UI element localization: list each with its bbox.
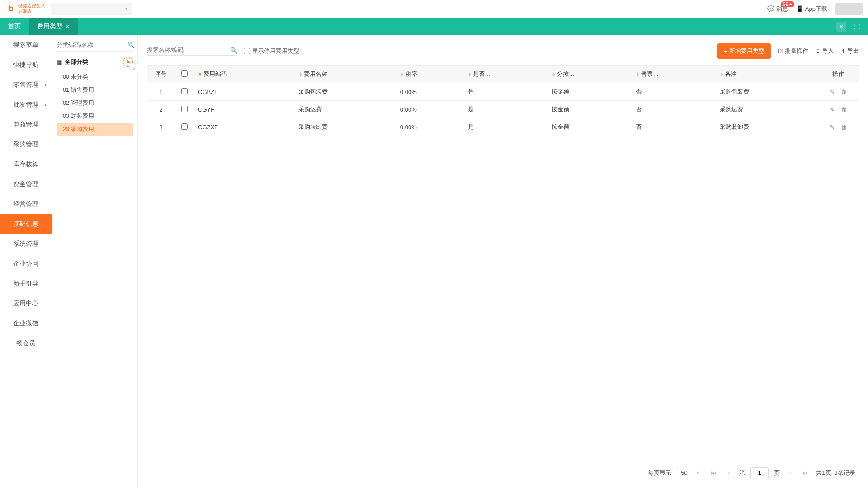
category-search: 🔍 <box>57 42 133 52</box>
sidebar-item[interactable]: 企业微信 <box>0 314 52 333</box>
add-button-label: 新增费用类型 <box>729 47 764 55</box>
edit-row-icon[interactable]: ✎ <box>830 89 835 95</box>
close-icon[interactable]: ✕ <box>65 23 70 30</box>
sidebar-item[interactable]: 批发管理▸ <box>0 95 52 115</box>
cell-yn: 是 <box>464 101 548 118</box>
sidebar-item[interactable]: 经营管理 <box>0 194 52 214</box>
column-header[interactable]: 操作 <box>818 66 859 83</box>
sort-icon: ▲▼ <box>552 72 556 77</box>
messages-badge: 99 + <box>781 1 794 7</box>
edit-icon: ☑ <box>778 48 783 55</box>
chevron-right-icon: ▸ <box>45 83 47 87</box>
show-disabled-checkbox[interactable]: 显示停用费用类型 <box>244 47 299 55</box>
sidebar-item[interactable]: 应用中心 <box>0 294 52 314</box>
row-index: 1 <box>147 83 175 101</box>
category-item[interactable]: 03 财务费用 <box>57 110 133 123</box>
select-all-checkbox[interactable] <box>181 70 188 77</box>
sidebar-item[interactable]: 快捷导航 <box>0 55 52 75</box>
category-item[interactable]: 00 未分类 <box>57 70 133 84</box>
page-input[interactable] <box>750 467 769 479</box>
column-header[interactable]: ▲▼普票… <box>632 66 716 83</box>
category-search-input[interactable] <box>57 42 127 48</box>
next-page-icon[interactable]: › <box>785 468 795 478</box>
sidebar-item[interactable]: 零售管理▸ <box>0 75 52 95</box>
pager-summary: 共1页, 3条记录 <box>816 469 855 477</box>
fullscreen-icon[interactable]: ⛶ <box>852 22 862 32</box>
add-expense-type-button[interactable]: + 新增费用类型 <box>717 43 771 59</box>
sidebar-item[interactable]: 电商管理 <box>0 115 52 135</box>
user-avatar[interactable] <box>835 3 863 15</box>
import-button[interactable]: ↧ 导入 <box>816 47 834 55</box>
column-header[interactable]: ▲▼税率 <box>396 66 464 83</box>
cell-piao: 否 <box>632 83 716 101</box>
search-icon[interactable]: 🔍 <box>230 47 237 54</box>
export-button[interactable]: ↥ 导出 <box>841 47 859 55</box>
edit-row-icon[interactable]: ✎ <box>830 106 835 113</box>
per-page-select[interactable]: 50 ▾ <box>677 467 703 479</box>
cell-remark: 采购运费 <box>716 101 818 118</box>
app-download-button[interactable]: 📱 App下载 <box>796 5 827 13</box>
cell-rate: 0.00% <box>396 101 464 118</box>
tab-expense-type[interactable]: 费用类型 ✕ <box>29 18 78 35</box>
delete-row-icon[interactable]: 🗑 <box>841 89 847 95</box>
brand-name: 畅捷通好生意 <box>18 4 45 8</box>
sidebar-item[interactable]: 系统管理 <box>0 234 52 254</box>
grid-icon: ▦ <box>57 59 62 66</box>
show-disabled-input[interactable] <box>244 48 250 54</box>
first-page-icon[interactable]: ⏮ <box>708 468 718 478</box>
column-header[interactable] <box>175 66 194 83</box>
table-search-input[interactable] <box>147 47 230 53</box>
cell-name: 采购包装费 <box>295 83 396 101</box>
category-item[interactable]: 20 采购费用 <box>57 123 133 136</box>
cell-yn: 是 <box>464 83 548 101</box>
last-page-icon[interactable]: ⏭ <box>801 468 811 478</box>
column-header[interactable]: ▲▼分摊… <box>548 66 632 83</box>
toolbar: 🔍 显示停用费用类型 + 新增费用类型 ☑ 批量操作 <box>147 43 859 59</box>
category-tree-panel: 🔍 « ▦ 全部分类 ✎ 00 未分类01 销售费用02 管理费用03 财务费用… <box>52 35 138 488</box>
messages-button[interactable]: 💬 消息 99 + <box>767 5 788 13</box>
search-icon[interactable]: 🔍 <box>127 42 135 48</box>
edit-row-icon[interactable]: ✎ <box>830 124 835 131</box>
column-header[interactable]: ▲▼费用编码 <box>194 66 295 83</box>
close-all-tabs-icon[interactable]: ✕ <box>836 22 846 32</box>
sidebar-item[interactable]: 新手引导 <box>0 274 52 294</box>
row-checkbox[interactable] <box>181 123 188 130</box>
column-header[interactable]: 序号 <box>147 66 175 83</box>
delete-row-icon[interactable]: 🗑 <box>841 106 847 113</box>
batch-ops-button[interactable]: ☑ 批量操作 <box>778 47 808 55</box>
category-item[interactable]: 02 管理费用 <box>57 97 133 110</box>
sidebar-item[interactable]: 企业协同 <box>0 254 52 274</box>
table-row: 1CGBZF采购包装费0.00%是按金额否采购包装费✎🗑 <box>147 83 859 101</box>
brand-edition: 标准版 <box>18 8 45 14</box>
collapse-tree-icon[interactable]: « <box>130 63 138 73</box>
row-checkbox[interactable] <box>181 106 188 112</box>
table-row: 3CGZXF采购装卸费0.00%是按金额否采购装卸费✎🗑 <box>147 118 859 136</box>
table-row: 2CGYF采购运费0.00%是按金额否采购运费✎🗑 <box>147 101 859 118</box>
brand-logo: b 畅捷通好生意 标准版 <box>5 4 45 14</box>
column-header[interactable]: ▲▼费用名称 <box>295 66 396 83</box>
sidebar-item[interactable]: 基础信息 <box>0 214 52 234</box>
sidebar-item[interactable]: 采购管理 <box>0 135 52 155</box>
column-header[interactable]: ▲▼是否… <box>464 66 548 83</box>
sidebar-item[interactable]: 库存核算 <box>0 155 52 174</box>
sidebar-item[interactable]: 搜索菜单 <box>0 35 52 55</box>
prev-page-icon[interactable]: ‹ <box>724 468 734 478</box>
sidebar-item[interactable]: 资金管理 <box>0 174 52 194</box>
cell-piao: 否 <box>632 101 716 118</box>
cell-piao: 否 <box>632 118 716 136</box>
category-item[interactable]: 01 销售费用 <box>57 84 133 97</box>
cell-rate: 0.00% <box>396 83 464 101</box>
plus-icon: + <box>724 48 727 55</box>
delete-row-icon[interactable]: 🗑 <box>841 124 847 131</box>
row-checkbox[interactable] <box>181 88 188 94</box>
tab-home[interactable]: 首页 <box>0 18 29 35</box>
cell-remark: 采购装卸费 <box>716 118 818 136</box>
tree-head[interactable]: ▦ 全部分类 ✎ <box>57 57 133 67</box>
company-selector[interactable]: ▾ <box>51 3 132 15</box>
column-header[interactable]: ▲▼备注 <box>716 66 818 83</box>
import-label: 导入 <box>822 47 834 55</box>
sidebar-item[interactable]: 畅会员 <box>0 333 52 353</box>
per-page-label: 每页显示 <box>648 469 671 477</box>
phone-icon: 📱 <box>796 5 803 12</box>
main-content: 🔍 显示停用费用类型 + 新增费用类型 ☑ 批量操作 <box>138 35 868 488</box>
